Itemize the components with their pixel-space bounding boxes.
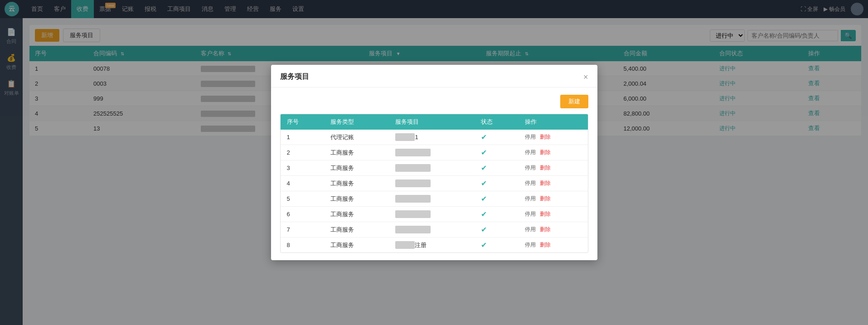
modal-cell-item [389, 207, 475, 222]
modal-table-row: 4 工商服务 ✔ 停用 删除 [281, 176, 588, 191]
modal-body: 新建 序号 服务类型 服务项目 状态 操作 1 代理记账 1 [271, 87, 597, 260]
delete-button[interactable]: 删除 [540, 149, 551, 155]
modal-cell-status: ✔ [475, 238, 518, 253]
delete-button[interactable]: 删除 [540, 195, 551, 202]
modal-cell-type: 代理记账 [324, 130, 389, 145]
modal-table-row: 1 代理记账 1 ✔ 停用 删除 [281, 130, 588, 145]
modal-cell-status: ✔ [475, 207, 518, 222]
modal-table-row: 6 工商服务 ✔ 停用 删除 [281, 207, 588, 222]
modal-table-row: 3 工商服务 ✔ 停用 删除 [281, 160, 588, 176]
modal-cell-item [389, 160, 475, 176]
modal-cell-type: 工商服务 [324, 222, 389, 238]
modal-cell-seq: 6 [281, 207, 324, 222]
modal-cell-action: 停用 删除 [519, 160, 588, 176]
delete-button[interactable]: 删除 [540, 226, 551, 233]
modal-cell-action: 停用 删除 [519, 130, 588, 145]
modal-close-button[interactable]: × [583, 73, 588, 81]
modal-col-item: 服务项目 [389, 114, 475, 130]
modal-cell-type: 工商服务 [324, 145, 389, 160]
modal-cell-seq: 2 [281, 145, 324, 160]
delete-button[interactable]: 删除 [540, 180, 551, 186]
modal-cell-action: 停用 删除 [519, 238, 588, 253]
modal-cell-seq: 1 [281, 130, 324, 145]
delete-button[interactable]: 删除 [540, 242, 551, 248]
modal-cell-status: ✔ [475, 130, 518, 145]
modal-cell-action: 停用 删除 [519, 176, 588, 191]
modal-col-action: 操作 [519, 114, 588, 130]
stop-button[interactable]: 停用 [525, 165, 536, 171]
modal-table-row: 7 工商服务 ✔ 停用 删除 [281, 222, 588, 238]
delete-button[interactable]: 删除 [540, 134, 551, 140]
stop-button[interactable]: 停用 [525, 211, 536, 217]
modal-cell-action: 停用 删除 [519, 222, 588, 238]
modal-cell-seq: 4 [281, 176, 324, 191]
modal-new-button[interactable]: 新建 [560, 95, 588, 108]
modal-col-status: 状态 [475, 114, 518, 130]
stop-button[interactable]: 停用 [525, 242, 536, 248]
modal-col-type: 服务类型 [324, 114, 389, 130]
modal-cell-status: ✔ [475, 176, 518, 191]
modal-cell-type: 工商服务 [324, 238, 389, 253]
modal-table-row: 5 工商服务 ✔ 停用 删除 [281, 191, 588, 207]
modal-cell-action: 停用 删除 [519, 145, 588, 160]
modal-cell-seq: 3 [281, 160, 324, 176]
modal-cell-item [389, 176, 475, 191]
modal-cell-seq: 5 [281, 191, 324, 207]
modal-cell-item [389, 145, 475, 160]
modal-table: 序号 服务类型 服务项目 状态 操作 1 代理记账 1 ✔ 停用 删除 2 工商… [281, 114, 588, 252]
modal-header: 服务项目 × [271, 65, 597, 87]
modal-col-seq: 序号 [281, 114, 324, 130]
modal-toolbar: 新建 [280, 95, 588, 108]
stop-button[interactable]: 停用 [525, 226, 536, 233]
modal-cell-action: 停用 删除 [519, 191, 588, 207]
modal-cell-status: ✔ [475, 191, 518, 207]
modal-table-row: 2 工商服务 ✔ 停用 删除 [281, 145, 588, 160]
modal-title: 服务项目 [280, 72, 309, 82]
service-modal: 服务项目 × 新建 序号 服务类型 服务项目 状态 操作 [271, 65, 597, 260]
stop-button[interactable]: 停用 [525, 149, 536, 155]
modal-cell-status: ✔ [475, 222, 518, 238]
delete-button[interactable]: 删除 [540, 165, 551, 171]
modal-overlay[interactable]: 服务项目 × 新建 序号 服务类型 服务项目 状态 操作 [0, 0, 868, 325]
modal-cell-item: 注册 [389, 238, 475, 253]
modal-cell-type: 工商服务 [324, 176, 389, 191]
modal-cell-action: 停用 删除 [519, 207, 588, 222]
modal-table-row: 8 工商服务 注册 ✔ 停用 删除 [281, 238, 588, 253]
modal-cell-item [389, 191, 475, 207]
stop-button[interactable]: 停用 [525, 180, 536, 186]
modal-cell-seq: 7 [281, 222, 324, 238]
modal-table-wrap: 序号 服务类型 服务项目 状态 操作 1 代理记账 1 ✔ 停用 删除 2 工商… [280, 114, 588, 253]
modal-cell-status: ✔ [475, 145, 518, 160]
modal-cell-item [389, 222, 475, 238]
modal-cell-type: 工商服务 [324, 160, 389, 176]
modal-cell-item: 1 [389, 130, 475, 145]
delete-button[interactable]: 删除 [540, 211, 551, 217]
stop-button[interactable]: 停用 [525, 134, 536, 140]
modal-cell-seq: 8 [281, 238, 324, 253]
modal-cell-type: 工商服务 [324, 191, 389, 207]
modal-cell-status: ✔ [475, 160, 518, 176]
stop-button[interactable]: 停用 [525, 195, 536, 202]
modal-cell-type: 工商服务 [324, 207, 389, 222]
